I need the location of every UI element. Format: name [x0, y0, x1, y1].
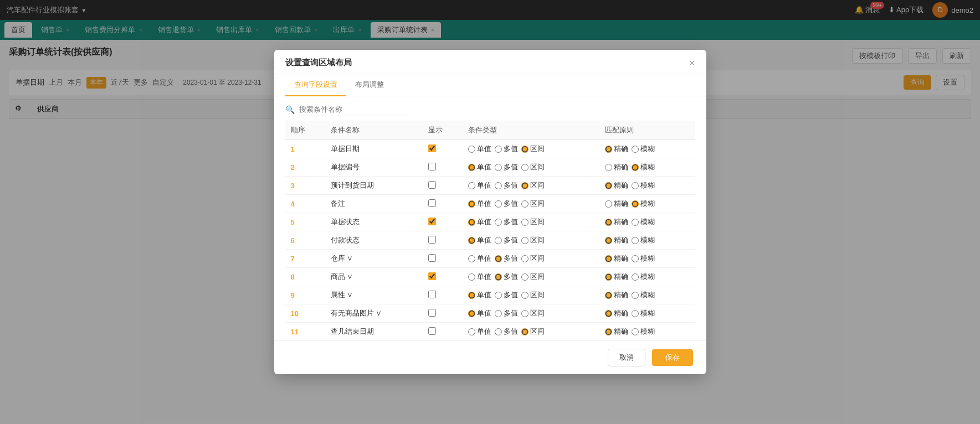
- type-radio-区间[interactable]: 区间: [521, 272, 545, 282]
- type-radio-多值[interactable]: 多值: [495, 235, 518, 245]
- match-radio-精确[interactable]: 精确: [605, 180, 628, 190]
- type-radio-多值[interactable]: 多值: [495, 199, 518, 209]
- match-radio-精确[interactable]: 精确: [605, 235, 628, 245]
- th-match: 匹配原则: [599, 121, 695, 140]
- type-radio-单值[interactable]: 单值: [468, 217, 491, 227]
- type-radio-区间[interactable]: 区间: [521, 162, 545, 172]
- type-radio-单值[interactable]: 单值: [468, 254, 491, 263]
- type-radio-区间[interactable]: 区间: [521, 308, 545, 318]
- row-type-cell: 单值多值区间: [463, 177, 599, 195]
- match-radio-模糊[interactable]: 模糊: [632, 327, 655, 337]
- match-radio-模糊[interactable]: 模糊: [632, 199, 655, 209]
- row-condition-name: 查几结束日期: [325, 323, 423, 341]
- row-condition-name: 商品 ∨: [325, 268, 423, 286]
- type-radio-多值[interactable]: 多值: [495, 327, 518, 337]
- type-radio-多值[interactable]: 多值: [495, 162, 518, 172]
- type-radio-区间[interactable]: 区间: [521, 327, 545, 337]
- match-radio-模糊[interactable]: 模糊: [632, 162, 655, 172]
- table-row: 8商品 ∨单值多值区间精确模糊: [285, 268, 695, 286]
- match-radio-精确[interactable]: 精确: [605, 162, 628, 172]
- cancel-btn[interactable]: 取消: [608, 349, 645, 366]
- type-radio-单值[interactable]: 单值: [468, 235, 491, 245]
- match-radio-模糊[interactable]: 模糊: [632, 272, 655, 282]
- match-radio-精确[interactable]: 精确: [605, 327, 628, 337]
- type-radio-区间[interactable]: 区间: [521, 254, 545, 263]
- type-radio-区间[interactable]: 区间: [521, 217, 545, 227]
- type-radio-多值[interactable]: 多值: [495, 272, 518, 282]
- type-radio-单值[interactable]: 单值: [468, 290, 491, 300]
- type-radio-区间[interactable]: 区间: [521, 290, 545, 300]
- show-checkbox[interactable]: [428, 291, 436, 298]
- settings-dialog: 设置查询区域布局 × 查询字段设置 布局调整 🔍 顺序 条件名称: [274, 50, 706, 374]
- type-radio-区间[interactable]: 区间: [521, 180, 545, 190]
- show-checkbox[interactable]: [428, 309, 436, 317]
- match-radio-模糊[interactable]: 模糊: [632, 180, 655, 190]
- type-radio-单值[interactable]: 单值: [468, 272, 491, 282]
- type-radio-多值[interactable]: 多值: [495, 254, 518, 263]
- type-radio-区间[interactable]: 区间: [521, 144, 545, 154]
- table-row: 10有无商品图片 ∨单值多值区间精确模糊: [285, 304, 695, 323]
- row-type-cell: 单值多值区间: [463, 140, 599, 158]
- dialog-tabs: 查询字段设置 布局调整: [274, 74, 706, 96]
- type-radio-多值[interactable]: 多值: [495, 308, 518, 318]
- match-radio-精确[interactable]: 精确: [605, 144, 628, 154]
- type-radio-区间[interactable]: 区间: [521, 199, 545, 209]
- show-checkbox[interactable]: [428, 254, 436, 262]
- row-order: 3: [285, 177, 325, 195]
- type-radio-单值[interactable]: 单值: [468, 308, 491, 318]
- type-radio-多值[interactable]: 多值: [495, 180, 518, 190]
- type-radio-单值[interactable]: 单值: [468, 180, 491, 190]
- match-radio-模糊[interactable]: 模糊: [632, 235, 655, 245]
- match-radio-精确[interactable]: 精确: [605, 217, 628, 227]
- match-radio-精确[interactable]: 精确: [605, 272, 628, 282]
- save-btn[interactable]: 保存: [652, 349, 693, 366]
- tab-layout-adjust[interactable]: 布局调整: [346, 74, 393, 96]
- type-radio-单值[interactable]: 单值: [468, 162, 491, 172]
- table-row: 4备注单值多值区间精确模糊: [285, 195, 695, 213]
- row-match-cell: 精确模糊: [599, 213, 695, 231]
- dialog-table: 顺序 条件名称 显示 条件类型 匹配原则 1单据日期单值多值区间精确模糊2单据编…: [285, 121, 695, 340]
- show-checkbox[interactable]: [428, 144, 436, 152]
- show-checkbox[interactable]: [428, 272, 436, 280]
- type-radio-单值[interactable]: 单值: [468, 327, 491, 337]
- show-checkbox[interactable]: [428, 163, 436, 170]
- dialog-title: 设置查询区域布局: [285, 58, 352, 68]
- match-radio-模糊[interactable]: 模糊: [632, 254, 655, 263]
- show-checkbox[interactable]: [428, 327, 436, 335]
- row-order: 8: [285, 268, 325, 286]
- tab-query-fields[interactable]: 查询字段设置: [285, 74, 346, 96]
- match-radio-模糊[interactable]: 模糊: [632, 217, 655, 227]
- row-show-checkbox-cell: [423, 286, 463, 304]
- match-radio-精确[interactable]: 精确: [605, 290, 628, 300]
- table-row: 6付款状态单值多值区间精确模糊: [285, 231, 695, 250]
- type-radio-多值[interactable]: 多值: [495, 144, 518, 154]
- match-radio-模糊[interactable]: 模糊: [632, 290, 655, 300]
- dialog-header: 设置查询区域布局 ×: [274, 50, 706, 74]
- row-type-cell: 单值多值区间: [463, 213, 599, 231]
- table-row: 7仓库 ∨单值多值区间精确模糊: [285, 250, 695, 268]
- match-radio-模糊[interactable]: 模糊: [632, 144, 655, 154]
- search-input[interactable]: [299, 103, 410, 116]
- show-checkbox[interactable]: [428, 199, 436, 207]
- type-radio-单值[interactable]: 单值: [468, 144, 491, 154]
- show-checkbox[interactable]: [428, 236, 436, 244]
- row-order: 9: [285, 286, 325, 304]
- show-checkbox[interactable]: [428, 181, 436, 189]
- match-radio-精确[interactable]: 精确: [605, 308, 628, 318]
- row-order: 10: [285, 304, 325, 323]
- match-radio-精确[interactable]: 精确: [605, 254, 628, 263]
- row-match-cell: 精确模糊: [599, 323, 695, 341]
- type-radio-区间[interactable]: 区间: [521, 235, 545, 245]
- search-area: 🔍: [274, 96, 706, 121]
- row-condition-name: 有无商品图片 ∨: [325, 304, 423, 323]
- type-radio-单值[interactable]: 单值: [468, 199, 491, 209]
- row-show-checkbox-cell: [423, 195, 463, 213]
- show-checkbox[interactable]: [428, 218, 436, 225]
- match-radio-模糊[interactable]: 模糊: [632, 308, 655, 318]
- match-radio-精确[interactable]: 精确: [605, 199, 628, 209]
- table-row: 9属性 ∨单值多值区间精确模糊: [285, 286, 695, 304]
- type-radio-多值[interactable]: 多值: [495, 217, 518, 227]
- dialog-close-btn[interactable]: ×: [689, 58, 695, 68]
- type-radio-多值[interactable]: 多值: [495, 290, 518, 300]
- row-show-checkbox-cell: [423, 268, 463, 286]
